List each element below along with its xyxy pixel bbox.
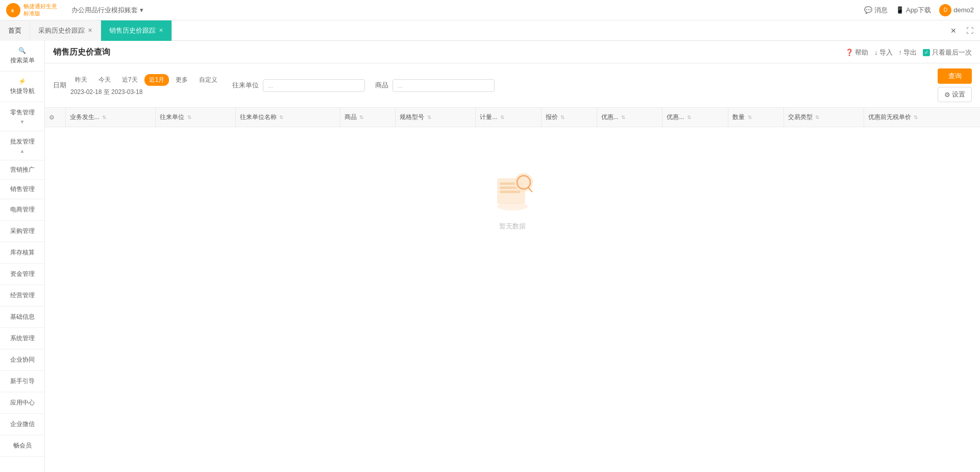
sort-icon-trade-type: ⇅ [815,114,819,120]
sidebar-item-inventory[interactable]: 库存核算 [0,242,44,264]
table-container: ⚙ 业务发生... ⇅ 往来单位 ⇅ 往来单位名称 ⇅ [45,108,980,472]
col-product[interactable]: 商品 ⇅ [340,108,396,127]
query-button[interactable]: 查询 [938,68,972,84]
date-btn-custom[interactable]: 自定义 [194,74,222,86]
message-icon: 💬 [864,6,872,14]
date-filter-label: 日期 [53,81,66,90]
sidebar-item-quick-nav[interactable]: ⚡ 快捷导航 [0,72,44,102]
import-button[interactable]: ↓ 导入 [874,48,893,57]
col-biz-date[interactable]: 业务发生... ⇅ [65,108,156,127]
product-input[interactable]: ... [393,79,495,92]
sort-icon-partner-code: ⇅ [187,114,191,120]
user-menu[interactable]: D demo2 [939,4,974,16]
col-discount2[interactable]: 优惠... ⇅ [663,108,728,127]
sidebar-item-member[interactable]: 畅会员 [0,435,44,457]
sidebar-item-wholesale[interactable]: 批发管理 ▲ [0,131,44,160]
sidebar-item-retail[interactable]: 零售管理 ▼ [0,102,44,131]
sort-icon-unit: ⇅ [500,114,504,120]
import-icon: ↓ [874,49,878,56]
col-partner-code[interactable]: 往来单位 ⇅ [156,108,236,127]
app-selector[interactable]: 办公用品行业模拟账套 ▾ [71,6,143,15]
export-icon: ↑ [899,49,902,56]
sidebar-item-purchase[interactable]: 采购管理 [0,221,44,242]
top-bar-left: 6 畅捷通好生意 标准版 办公用品行业模拟账套 ▾ [6,3,143,17]
sidebar-item-finance[interactable]: 资金管理 [0,264,44,285]
date-btn-7days[interactable]: 近7天 [117,74,142,86]
sidebar-item-system[interactable]: 系统管理 [0,328,44,349]
tab-home-label: 首页 [8,26,21,35]
chevron-down-icon-retail: ▼ [20,119,25,125]
help-icon: ❓ [845,49,853,56]
col-discount1[interactable]: 优惠... ⇅ [597,108,663,127]
sidebar-item-basic-info[interactable]: 基础信息 [0,306,44,328]
date-btn-1month[interactable]: 近1月 [144,74,169,86]
sidebar-item-guide[interactable]: 新手引导 [0,371,44,392]
sidebar-item-ecommerce[interactable]: 电商管理 [0,199,44,221]
date-filter-group: 日期 昨天 今天 近7天 近1月 更多 自定义 2023-02-18 至 202… [53,74,222,97]
col-spec[interactable]: 规格型号 ⇅ [396,108,476,127]
avatar: D [939,4,951,16]
tab-purchase-history-label: 采购历史价跟踪 [38,26,85,35]
partner-input[interactable]: ... [263,79,365,92]
sidebar-item-sales-mgmt[interactable]: 销售管理 [0,180,44,199]
empty-text: 暂无数据 [499,222,526,231]
col-quote[interactable]: 报价 ⇅ [541,108,597,127]
data-table: ⚙ 业务发生... ⇅ 往来单位 ⇅ 往来单位名称 ⇅ [45,108,980,272]
top-bar-right: 💬 消息 📱 App下载 D demo2 [864,4,974,16]
sidebar-item-apps[interactable]: 应用中心 [0,392,44,414]
table-settings-icon[interactable]: ⚙ [49,114,55,121]
top-bar: 6 畅捷通好生意 标准版 办公用品行业模拟账套 ▾ 💬 消息 📱 App下载 D… [0,0,980,20]
sidebar-item-wechat[interactable]: 企业微信 [0,414,44,435]
checkbox-icon: ✓ [923,49,930,56]
sort-icon-spec: ⇅ [427,114,431,120]
close-tab-button[interactable]: ✕ [947,25,960,37]
tab-bar: 首页 采购历史价跟踪 ✕ 销售历史价跟踪 ✕ ✕ ⛶ [0,20,980,41]
col-quantity[interactable]: 数量 ⇅ [728,108,784,127]
svg-rect-6 [500,191,520,193]
sort-icon-pretax-price: ⇅ [914,114,918,120]
tab-sales-history-close[interactable]: ✕ [159,27,163,34]
tab-sales-history[interactable]: 销售历史价跟踪 ✕ [101,20,172,41]
sort-icon-discount2: ⇅ [687,114,691,120]
search-icon: 🔍 [18,47,26,54]
chevron-down-icon: ▾ [140,6,143,14]
sort-icon-discount1: ⇅ [621,114,625,120]
sidebar-item-marketing[interactable]: 营销推广 [0,160,44,180]
sidebar-item-search[interactable]: 🔍 搜索菜单 [0,41,44,72]
date-btn-today[interactable]: 今天 [94,74,115,86]
sidebar-item-enterprise[interactable]: 企业协同 [0,349,44,371]
export-button[interactable]: ↑ 导出 [899,48,917,57]
date-range-display: 2023-02-18 至 2023-03-18 [70,88,222,97]
sidebar-item-operations[interactable]: 经营管理 [0,285,44,306]
logo-area: 6 畅捷通好生意 标准版 [6,3,57,17]
col-pretax-price[interactable]: 优惠前无税单价 ⇅ [864,108,980,127]
filter-bar: 日期 昨天 今天 近7天 近1月 更多 自定义 2023-02-18 至 202… [45,63,980,108]
settings-icon: ⚙ [944,91,950,99]
settings-button[interactable]: ⚙ 设置 [938,87,972,102]
help-button[interactable]: ❓ 帮助 [845,48,868,57]
tab-home[interactable]: 首页 [0,20,30,41]
chevron-up-icon-wholesale: ▲ [20,148,25,154]
date-buttons: 昨天 今天 近7天 近1月 更多 自定义 [70,74,222,86]
col-trade-type[interactable]: 交易类型 ⇅ [783,108,864,127]
maximize-button[interactable]: ⛶ [964,25,976,37]
sidebar: 🔍 搜索菜单 ⚡ 快捷导航 零售管理 ▼ 批发管理 ▲ 营销推广 销售管理 电商… [0,41,45,472]
logo-text: 畅捷通好生意 标准版 [23,3,57,16]
date-btn-yesterday[interactable]: 昨天 [70,74,92,86]
col-settings[interactable]: ⚙ [45,108,65,127]
tab-purchase-history-close[interactable]: ✕ [88,27,92,34]
empty-illustration [487,168,538,216]
product-filter-label: 商品 [375,81,388,90]
col-unit[interactable]: 计量... ⇅ [476,108,542,127]
message-button[interactable]: 💬 消息 [864,6,888,15]
date-btn-more[interactable]: 更多 [171,74,192,86]
sort-icon-quantity: ⇅ [748,114,752,120]
col-partner-name[interactable]: 往来单位名称 ⇅ [236,108,340,127]
tab-purchase-history[interactable]: 采购历史价跟踪 ✕ [30,20,101,41]
last-once-checkbox[interactable]: ✓ 只看最后一次 [923,48,972,57]
page-header: 销售历史价查询 ❓ 帮助 ↓ 导入 ↑ 导出 ✓ 只看最后一次 [45,41,980,63]
tab-sales-history-label: 销售历史价跟踪 [109,26,156,35]
partner-filter-group: 往来单位 ... [232,79,365,92]
page-title: 销售历史价查询 [53,47,110,58]
app-download-button[interactable]: 📱 App下载 [896,6,931,15]
